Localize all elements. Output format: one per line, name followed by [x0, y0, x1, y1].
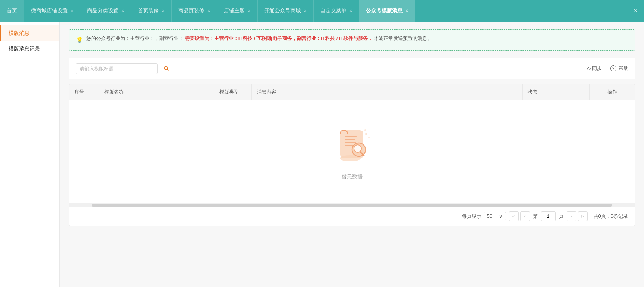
sync-button[interactable]: ↻ 同步	[586, 65, 602, 72]
svg-point-8	[354, 145, 361, 152]
page-total: 共0页，0条记录	[594, 213, 628, 220]
tab-custom-menu-close[interactable]: ×	[349, 9, 352, 13]
page-size-select: 每页显示 50 ∨	[462, 212, 506, 220]
sidebar-item-template-msg[interactable]: 模版消息	[0, 25, 59, 41]
tab-shop-settings[interactable]: 微商城店铺设置 ×	[24, 0, 80, 22]
tab-category-settings-close[interactable]: ×	[121, 9, 124, 13]
sidebar-item-template-msg-label: 模版消息	[9, 30, 30, 36]
tab-bar-global-close[interactable]: ×	[627, 0, 644, 22]
table-header: 序号 模版名称 模版类型 消息内容 状态 操作	[69, 84, 635, 100]
svg-line-1	[167, 69, 169, 71]
tab-shop-settings-label: 微商城店铺设置	[31, 7, 68, 14]
horizontal-scrollbar[interactable]	[69, 203, 635, 207]
notice-icon: 💡	[76, 35, 83, 45]
search-bar: ↻ 同步 | ? 帮助	[69, 58, 635, 79]
tab-home-decor[interactable]: 首页装修 ×	[131, 0, 172, 22]
th-status: 状态	[523, 84, 590, 100]
tab-open-mall[interactable]: 开通公众号商城 ×	[258, 0, 314, 22]
tab-custom-menu[interactable]: 自定义菜单 ×	[314, 0, 359, 22]
per-page-label: 每页显示	[462, 213, 481, 220]
th-action: 操作	[590, 84, 635, 100]
tab-template-msg[interactable]: 公众号模版消息 ×	[359, 0, 415, 22]
sync-label: 同步	[592, 65, 602, 72]
tab-store-theme-label: 店铺主题	[224, 7, 245, 14]
page-prev-button[interactable]: ‹	[520, 211, 530, 221]
th-seq: 序号	[69, 84, 99, 100]
svg-point-11	[368, 137, 370, 138]
search-right: ↻ 同步 | ? 帮助	[586, 65, 628, 72]
tab-category-settings[interactable]: 商品分类设置 ×	[80, 0, 131, 22]
svg-rect-4	[345, 139, 355, 140]
svg-point-10	[365, 133, 367, 135]
page-label: 第	[533, 213, 538, 220]
help-button[interactable]: ? 帮助	[610, 65, 628, 72]
svg-point-12	[364, 129, 366, 131]
empty-text: 暂无数据	[342, 174, 363, 180]
tab-product-decor-label: 商品页装修	[178, 7, 204, 14]
tab-open-mall-close[interactable]: ×	[304, 9, 306, 13]
sidebar: 模版消息 模版消息记录	[0, 22, 60, 287]
select-chevron-icon: ∨	[499, 213, 503, 219]
page-last-button[interactable]: ⊳	[578, 211, 588, 221]
pagination: 每页显示 50 ∨ ⊲ ‹ 第 页 › ⊳ 共0页，0条记录	[69, 207, 635, 226]
notice-suffix: 才能正常发送预置的消息。	[374, 36, 432, 41]
empty-illustration	[330, 123, 375, 168]
tab-product-decor-close[interactable]: ×	[207, 9, 210, 13]
tab-home-decor-close[interactable]: ×	[162, 9, 164, 13]
help-icon: ?	[610, 65, 616, 71]
content-area: 💡 您的公众号行业为：主营行业：，副营行业： 需要设置为：主营行业：IT科技 /…	[60, 22, 644, 287]
per-page-value: 50	[487, 213, 492, 219]
th-name: 模版名称	[99, 84, 214, 100]
tab-store-theme-close[interactable]: ×	[248, 9, 250, 13]
per-page-select[interactable]: 50 ∨	[484, 212, 506, 220]
svg-rect-6	[345, 145, 354, 146]
main-layout: 模版消息 模版消息记录 💡 您的公众号行业为：主营行业：，副营行业： 需要设置为…	[0, 22, 644, 287]
tab-shop-settings-close[interactable]: ×	[71, 9, 73, 13]
th-type: 模版类型	[214, 84, 252, 100]
notice-highlight: 需要设置为：主营行业：IT科技 / 互联网|电子商务，副营行业：IT科技 / I…	[185, 36, 373, 41]
sidebar-item-template-msg-log[interactable]: 模版消息记录	[0, 41, 59, 57]
svg-rect-5	[345, 142, 356, 143]
sidebar-item-template-msg-log-label: 模版消息记录	[9, 46, 40, 52]
help-label: 帮助	[619, 65, 628, 72]
empty-svg	[330, 123, 375, 168]
page-suffix: 页	[559, 213, 564, 220]
svg-rect-3	[345, 136, 357, 137]
notice-box: 💡 您的公众号行业为：主营行业：，副营行业： 需要设置为：主营行业：IT科技 /…	[69, 29, 635, 51]
tab-template-msg-label: 公众号模版消息	[366, 7, 403, 14]
tab-open-mall-label: 开通公众号商城	[264, 7, 301, 14]
tab-bar: 首页 微商城店铺设置 × 商品分类设置 × 首页装修 × 商品页装修 × 店铺主…	[0, 0, 644, 22]
scroll-thumb[interactable]	[92, 204, 612, 207]
page-input[interactable]	[541, 211, 556, 221]
tab-store-theme[interactable]: 店铺主题 ×	[217, 0, 258, 22]
tab-home-decor-label: 首页装修	[138, 7, 159, 14]
page-nav: ⊲ ‹ 第 页 › ⊳	[509, 211, 588, 221]
search-left	[76, 63, 173, 74]
tab-custom-menu-label: 自定义菜单	[320, 7, 346, 14]
divider: |	[606, 66, 607, 71]
th-content: 消息内容	[252, 84, 523, 100]
tab-category-settings-label: 商品分类设置	[87, 7, 118, 14]
notice-text: 您的公众号行业为：主营行业：，副营行业： 需要设置为：主营行业：IT科技 / 互…	[86, 35, 628, 43]
tab-home[interactable]: 首页	[0, 0, 24, 22]
sync-icon: ↻	[585, 65, 592, 72]
search-icon	[164, 65, 170, 71]
tab-product-decor[interactable]: 商品页装修 ×	[172, 0, 217, 22]
data-table: 序号 模版名称 模版类型 消息内容 状态 操作	[69, 84, 635, 226]
empty-state: 暂无数据	[69, 100, 635, 203]
page-next-button[interactable]: ›	[567, 211, 576, 221]
search-input[interactable]	[76, 63, 158, 74]
tab-home-label: 首页	[7, 7, 17, 14]
tab-template-msg-close[interactable]: ×	[406, 9, 408, 13]
notice-prefix: 您的公众号行业为：主营行业：，副营行业：	[86, 36, 184, 41]
search-button[interactable]	[161, 64, 173, 73]
page-first-button[interactable]: ⊲	[509, 211, 519, 221]
